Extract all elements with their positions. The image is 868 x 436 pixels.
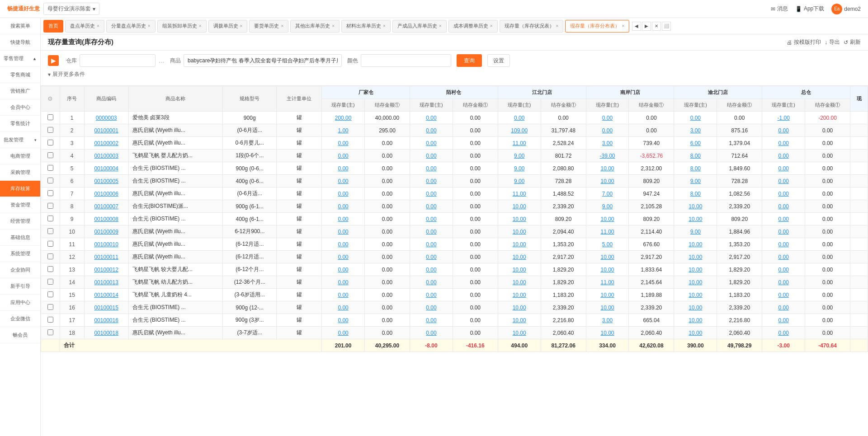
- sidebar-item-marketing[interactable]: 营销推广: [0, 83, 40, 99]
- close-icon[interactable]: ×: [332, 23, 335, 28]
- close-icon[interactable]: ×: [622, 23, 624, 28]
- close-icon[interactable]: ×: [97, 23, 99, 28]
- row-checkbox[interactable]: [41, 162, 60, 175]
- app-download-btn[interactable]: 📱 App下载: [795, 5, 824, 13]
- sidebar-item-operations[interactable]: 经营管理: [0, 213, 40, 230]
- row-spec: (6-12个月...: [223, 263, 277, 276]
- tab-material-out[interactable]: 材料出库单历史 ×: [341, 20, 391, 33]
- close-icon[interactable]: ×: [199, 23, 202, 28]
- table-row: 15 00100014 飞鹤星飞帆 儿童奶粉 4... (3-6岁适用... 罐…: [41, 289, 868, 301]
- row-name: 惠氏启赋 (Wyeth illu...: [128, 327, 223, 339]
- collapse-arrow[interactable]: ▶: [48, 55, 59, 66]
- sidebar-item-inventory[interactable]: 库存核算: [0, 181, 40, 197]
- row-checkbox[interactable]: [41, 276, 60, 289]
- tab-stocktake[interactable]: 盘点单历史 ×: [65, 20, 104, 33]
- tab-transfer[interactable]: 调拨单历史 ×: [208, 20, 248, 33]
- col-code: 商品编码: [84, 86, 128, 112]
- sidebar-item-finance[interactable]: 资金管理: [0, 197, 40, 213]
- tab-other-out[interactable]: 其他出库单历史 ×: [290, 20, 340, 33]
- goods-input[interactable]: [184, 54, 342, 67]
- expand-conditions-btn[interactable]: ▾ 展开更多条件: [48, 70, 85, 78]
- row-checkbox[interactable]: [41, 251, 60, 263]
- tab-assembly[interactable]: 组装拆卸单历史 ×: [157, 20, 207, 33]
- close-icon[interactable]: ×: [240, 23, 243, 28]
- user-btn[interactable]: Ea demo2: [831, 4, 861, 14]
- row-current: [850, 188, 868, 200]
- tab-product-in[interactable]: 产成品入库单历史 ×: [392, 20, 447, 33]
- row-checkbox[interactable]: [41, 263, 60, 276]
- sidebar-item-wechat[interactable]: 企业微信: [0, 311, 40, 327]
- ellipsis-icon[interactable]: …: [158, 57, 165, 64]
- setting-button[interactable]: 设置: [487, 54, 510, 67]
- color-input[interactable]: [361, 54, 451, 67]
- sidebar-item-basicinfo[interactable]: 基础信息: [0, 230, 40, 246]
- row-yubei-amt: 809.20: [717, 213, 762, 225]
- row-checkbox[interactable]: [41, 150, 60, 162]
- row-total-amt: 0.00: [805, 301, 850, 314]
- tab-label: 要货单历史: [254, 23, 279, 29]
- search-button[interactable]: 查询: [457, 54, 482, 67]
- row-checkbox[interactable]: [41, 289, 60, 301]
- row-checkbox[interactable]: [41, 301, 60, 314]
- top-bar-right: ✉ 消息 📱 App下载 Ea demo2: [771, 4, 861, 14]
- sidebar-item-retailstore[interactable]: 零售商城: [0, 67, 40, 83]
- row-checkbox[interactable]: [41, 175, 60, 188]
- row-checkbox[interactable]: [41, 137, 60, 150]
- row-nanan-amt: 809.20: [629, 175, 674, 188]
- warehouse-input[interactable]: [80, 54, 156, 67]
- tab-stock-status[interactable]: 现存量（库存状况表） ×: [500, 20, 564, 33]
- row-mocun-amt: 0.00: [453, 301, 498, 314]
- sidebar-item-search[interactable]: 搜索英单: [0, 18, 40, 34]
- settings-icon[interactable]: ⚙: [47, 95, 53, 102]
- col-group-factory: 厂家仓: [322, 86, 410, 99]
- row-checkbox[interactable]: [41, 124, 60, 137]
- tab-next-btn[interactable]: ▶: [642, 22, 651, 31]
- sidebar-item-purchase[interactable]: 采购管理: [0, 164, 40, 181]
- sidebar-item-quicknav[interactable]: 快捷导航: [0, 34, 40, 51]
- tab-stock-distribution[interactable]: 现存量（库存分布表） ×: [565, 20, 629, 33]
- sidebar-item-guide[interactable]: 新手引导: [0, 278, 40, 295]
- row-checkbox[interactable]: [41, 188, 60, 200]
- table-container[interactable]: ⚙ 序号 商品编码 商品名称 规格型号 主计量单位 厂家仓 陌村仓 江北门店 南…: [41, 86, 868, 436]
- store-selector[interactable]: 母婴行业演示陈套 ▾: [43, 3, 99, 15]
- col-settings[interactable]: ⚙: [41, 86, 60, 112]
- tab-home[interactable]: 首页: [43, 20, 63, 33]
- export-btn[interactable]: ↓ 导出: [825, 38, 840, 46]
- sidebar-item-retailstats[interactable]: 零售统计: [0, 116, 40, 132]
- row-checkbox[interactable]: [41, 200, 60, 213]
- sidebar-item-system[interactable]: 系统管理: [0, 246, 40, 262]
- tab-branch-stocktake[interactable]: 分量盘点单历史 ×: [106, 20, 156, 33]
- tab-expand-btn[interactable]: ⬜: [662, 22, 671, 31]
- row-yubei-qty: 0.00: [674, 112, 717, 124]
- row-checkbox[interactable]: [41, 314, 60, 327]
- tab-cost-adjust[interactable]: 成本调整单历史 ×: [448, 20, 498, 33]
- row-checkbox[interactable]: [41, 112, 60, 124]
- tab-close-all-btn[interactable]: ✕: [652, 22, 661, 31]
- print-btn[interactable]: 🖨 按模版打印: [787, 38, 821, 46]
- tab-requisition[interactable]: 要货单历史 ×: [249, 20, 288, 33]
- sidebar-item-member[interactable]: 畅会员: [0, 327, 40, 343]
- sidebar-item-appcenter[interactable]: 应用中心: [0, 295, 40, 311]
- sidebar-item-collab[interactable]: 企业协同: [0, 262, 40, 278]
- row-checkbox[interactable]: [41, 225, 60, 238]
- sidebar-item-retail[interactable]: 零售管理 ▲: [0, 51, 40, 67]
- close-icon[interactable]: ×: [148, 23, 151, 28]
- close-icon[interactable]: ×: [281, 23, 283, 28]
- row-spec: 400g (0-6...: [223, 175, 277, 188]
- refresh-btn[interactable]: ↺ 刷新: [844, 38, 861, 46]
- row-unit: 罐: [277, 289, 322, 301]
- row-spec: (6-12月适...: [223, 238, 277, 251]
- message-btn[interactable]: ✉ 消息: [771, 5, 788, 13]
- row-total-qty: 0.00: [762, 314, 805, 327]
- sidebar-item-wholesale[interactable]: 批发管理 ▾: [0, 132, 40, 148]
- sidebar-item-membership[interactable]: 会员中心: [0, 99, 40, 116]
- sidebar-item-ecommerce[interactable]: 电商管理: [0, 148, 40, 164]
- tab-prev-btn[interactable]: ◀: [632, 22, 641, 31]
- close-icon[interactable]: ×: [490, 23, 493, 28]
- close-icon[interactable]: ×: [383, 23, 386, 28]
- close-icon[interactable]: ×: [439, 23, 442, 28]
- row-checkbox[interactable]: [41, 327, 60, 339]
- close-icon[interactable]: ×: [556, 23, 559, 28]
- row-checkbox[interactable]: [41, 213, 60, 225]
- row-checkbox[interactable]: [41, 238, 60, 251]
